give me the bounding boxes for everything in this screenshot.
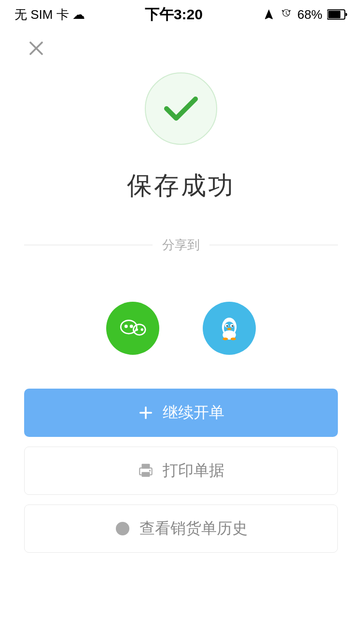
qq-icon [213, 312, 245, 344]
print-icon [138, 462, 154, 479]
status-bar: 无 SIM 卡 ☁ 下午3:20 68% [0, 0, 362, 29]
alarm-icon [280, 8, 292, 21]
svg-rect-24 [142, 472, 150, 477]
svg-point-7 [130, 324, 133, 328]
svg-point-14 [226, 325, 228, 327]
svg-point-18 [223, 337, 228, 340]
plus-icon [138, 405, 154, 421]
continue-label: 继续开单 [163, 402, 224, 423]
battery-icon [327, 9, 348, 20]
share-qq-button[interactable] [203, 302, 256, 355]
svg-rect-1 [328, 11, 340, 18]
print-label: 打印单据 [163, 460, 224, 481]
close-button[interactable] [24, 36, 48, 60]
location-icon [263, 8, 275, 21]
main-content: 保存成功 分享到 [0, 29, 362, 553]
status-left: 无 SIM 卡 ☁ [14, 6, 85, 23]
share-wechat-button[interactable] [106, 302, 159, 355]
svg-point-9 [141, 328, 144, 331]
battery-percentage: 68% [297, 7, 322, 22]
wechat-icon [117, 312, 149, 344]
history-button[interactable]: 查看销货单历史 [24, 504, 338, 553]
history-label: 查看销货单历史 [139, 518, 248, 539]
print-button[interactable]: 打印单据 [24, 447, 338, 495]
checkmark-icon [162, 89, 200, 128]
divider-right [209, 245, 338, 245]
svg-point-8 [136, 328, 139, 331]
svg-point-19 [231, 337, 236, 340]
actions-section: 继续开单 打印单据 查看销货单历史 [0, 389, 362, 553]
continue-button[interactable]: 继续开单 [24, 389, 338, 437]
share-divider: 分享到 [24, 237, 338, 253]
divider-left [24, 245, 153, 245]
status-right: 68% [263, 7, 348, 22]
svg-point-5 [133, 324, 145, 335]
share-label: 分享到 [162, 237, 200, 253]
close-icon [28, 40, 45, 57]
share-icons [106, 302, 256, 355]
svg-point-25 [149, 470, 151, 471]
svg-point-6 [125, 324, 128, 328]
status-time: 下午3:20 [145, 5, 203, 25]
svg-point-16 [227, 328, 231, 330]
svg-point-15 [232, 325, 233, 327]
share-section: 分享到 [0, 237, 362, 278]
clock-icon [114, 520, 131, 537]
success-circle [145, 72, 217, 145]
success-title: 保存成功 [127, 169, 235, 203]
sim-status: 无 SIM 卡 ☁ [14, 6, 85, 23]
